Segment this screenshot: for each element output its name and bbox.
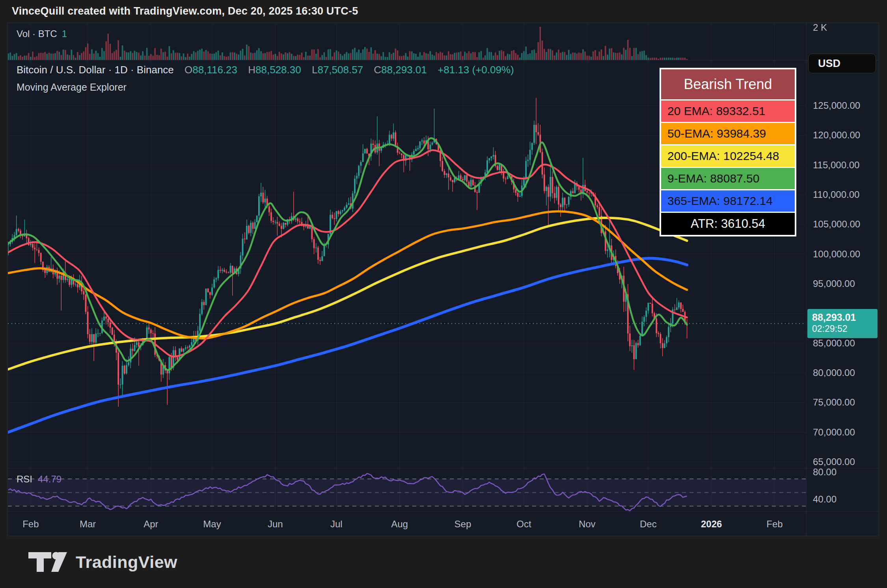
currency-toggle-button[interactable]: USD (808, 54, 876, 73)
symbol-ohlc-row: Bitcoin / U.S. Dollar · 1D · Binance O88… (17, 64, 514, 76)
time-axis-label-jun: Jun (252, 519, 299, 530)
rsi-axis-label: 80.00 (813, 467, 837, 478)
price-axis-label: 80,000.00 (813, 367, 855, 378)
price-axis-label: 85,000.00 (813, 338, 855, 349)
high-key: H (248, 64, 255, 76)
time-axis-label-may: May (188, 519, 236, 530)
tradingview-logo-text: TradingView (76, 553, 177, 572)
time-axis-label-aug: Aug (376, 519, 423, 530)
rsi-axis-label: 40.00 (813, 494, 837, 505)
change-value: +81.13 (+0.09%) (438, 64, 514, 76)
legend-row-ema9: 9-EMA: 88087.50 (661, 168, 795, 189)
price-axis-label: 105,000.00 (813, 219, 860, 230)
volume-value: 1 (62, 28, 67, 39)
close-key: C (374, 64, 381, 76)
price-axis-label: 95,000.00 (813, 278, 855, 289)
bar-countdown: 02:29:52 (812, 323, 878, 334)
time-axis-label-feb: Feb (751, 519, 798, 530)
price-axis-label: 100,000.00 (813, 249, 860, 260)
time-axis-label-oct: Oct (500, 519, 548, 530)
time-axis-label-dec: Dec (624, 519, 672, 530)
rsi-value: 44.79 (38, 474, 61, 484)
tradingview-logo-icon (28, 552, 68, 572)
trend-legend-table[interactable]: Bearish Trend 20 EMA: 89332.51 50-EMA: 9… (660, 68, 796, 236)
volume-pane-legend: Vol · BTC1 (17, 28, 67, 39)
time-axis-label-sep: Sep (439, 519, 486, 530)
page-title: VinceQuill created with TradingView.com,… (12, 5, 358, 17)
time-axis-label-mar: Mar (64, 519, 112, 530)
open-value: 88,116.23 (192, 64, 237, 76)
tradingview-chart-window: 2 K125,000.00120,000.00115,000.00110,000… (0, 0, 887, 588)
high-value: 88,528.30 (255, 64, 301, 76)
close-value: 88,293.01 (381, 64, 427, 76)
low-key: L (312, 64, 317, 76)
volume-axis-label: 2 K (813, 22, 827, 33)
legend-row-atr: ATR: 3610.54 (661, 213, 795, 235)
time-axis-label-jul: Jul (313, 519, 360, 530)
time-axis-label-2026: 2026 (688, 519, 735, 530)
symbol-title: Bitcoin / U.S. Dollar · 1D · Binance (17, 64, 174, 76)
price-axis-label: 70,000.00 (813, 427, 855, 438)
indicator-label: Moving Average Explorer (17, 82, 127, 93)
rsi-label: RSI (17, 474, 32, 484)
legend-row-ema20: 20 EMA: 89332.51 (661, 100, 795, 122)
legend-row-ema200: 200-EMA: 102254.48 (661, 145, 795, 167)
low-value: 87,508.57 (317, 64, 363, 76)
price-axis-label: 125,000.00 (813, 100, 860, 111)
volume-label: Vol · BTC (17, 28, 57, 39)
price-axis-label: 65,000.00 (813, 456, 855, 467)
time-axis[interactable]: FebMarAprMayJunJulAugSepOctNovDec2026Feb (7, 512, 806, 536)
rsi-pane-legend: RSI44.79 (17, 474, 61, 485)
price-axis[interactable]: 2 K125,000.00120,000.00115,000.00110,000… (806, 23, 879, 536)
time-axis-label-nov: Nov (563, 519, 611, 530)
last-price-tag: 88,293.01 02:29:52 (807, 309, 878, 338)
trend-status-badge: Bearish Trend (661, 69, 795, 99)
price-axis-label: 110,000.00 (813, 189, 859, 200)
legend-row-ema50: 50-EMA: 93984.39 (661, 123, 795, 144)
time-axis-label-feb: Feb (7, 519, 54, 530)
tradingview-branding[interactable]: TradingView (28, 552, 177, 572)
last-price-value: 88,293.01 (812, 311, 878, 323)
price-axis-label: 120,000.00 (813, 130, 860, 141)
price-axis-label: 75,000.00 (813, 397, 855, 408)
time-axis-label-apr: Apr (127, 519, 175, 530)
legend-row-ema365: 365-EMA: 98172.14 (661, 190, 795, 212)
price-axis-label: 115,000.00 (813, 160, 859, 171)
open-key: O (184, 64, 192, 76)
